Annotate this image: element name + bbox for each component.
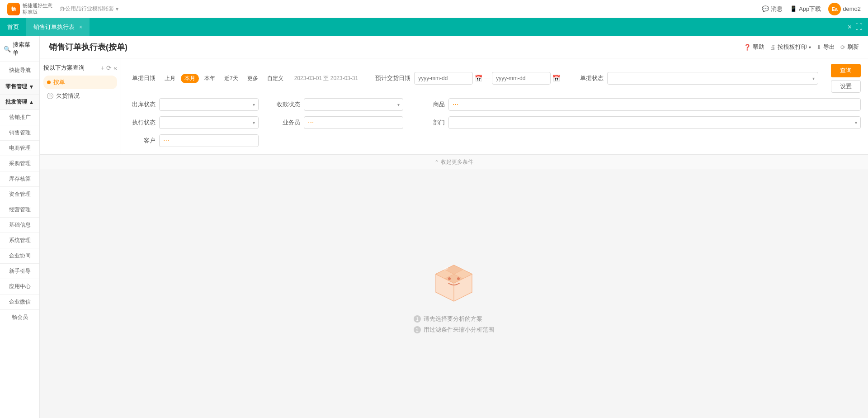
date-quick-this-month[interactable]: 本月 bbox=[181, 74, 199, 83]
refresh-icon: ⟳ bbox=[840, 44, 845, 51]
sidebar-item-sales[interactable]: 销售管理 bbox=[0, 125, 39, 141]
empty-text-list: 1 请先选择要分析的方案 2 用过滤条件来缩小分析范围 bbox=[414, 315, 494, 337]
hint1-num: 1 bbox=[414, 315, 421, 323]
goods-input-wrap[interactable]: ··· bbox=[448, 98, 861, 111]
dept-label: 部门 bbox=[418, 119, 445, 127]
date-field-label: 单据日期 bbox=[128, 74, 156, 82]
message-icon: 💬 bbox=[762, 5, 769, 12]
sidebar-item-finance[interactable]: 资金管理 bbox=[0, 187, 39, 202]
expected-date-from[interactable] bbox=[414, 72, 473, 85]
date-quick-last-month[interactable]: 上月 bbox=[161, 74, 179, 83]
date-quick-7days[interactable]: 近7天 bbox=[221, 74, 242, 83]
sidebar-item-retail[interactable]: 零售管理 ▼ bbox=[0, 79, 39, 95]
goods-label: 商品 bbox=[418, 100, 445, 109]
single-status-select-wrap: ▾ bbox=[607, 72, 818, 85]
dept-field: 部门 ▾ bbox=[418, 116, 861, 129]
content-area: 销售订单执行表(按单) ❓ 帮助 🖨 按模板打印 ▾ ⬇ 导出 ⟳ 刷新 bbox=[40, 36, 868, 418]
sidebar-item-marketing[interactable]: 营销推广 bbox=[0, 110, 39, 125]
sidebar-item-operation[interactable]: 经营管理 bbox=[0, 202, 39, 218]
help-icon: ❓ bbox=[744, 44, 751, 51]
empty-icon bbox=[427, 252, 481, 306]
sidebar-item-enterprise[interactable]: 企业协同 bbox=[0, 248, 39, 264]
print-label: 按模板打印 bbox=[778, 43, 807, 51]
sidebar-item-newbie[interactable]: 新手引导 bbox=[0, 264, 39, 279]
receive-status-select[interactable] bbox=[304, 98, 403, 111]
help-button[interactable]: ❓ 帮助 bbox=[744, 43, 764, 51]
sidebar-item-member[interactable]: 畅会员 bbox=[0, 310, 39, 325]
tab-active-label: 销售订单执行表 bbox=[33, 23, 75, 31]
sidebar-item-purchase[interactable]: 采购管理 bbox=[0, 156, 39, 171]
collapse-bar[interactable]: ⌃ 收起更多条件 bbox=[40, 155, 868, 170]
scheme-item-order[interactable]: 按单 bbox=[43, 76, 117, 89]
top-bar-right: 💬 消息 📱 App下载 Ea demo2 bbox=[762, 3, 861, 15]
breadcrumb-dropdown-icon[interactable]: ▾ bbox=[116, 6, 118, 12]
logo-text: 畅捷通好生意 标准版 bbox=[23, 3, 52, 14]
filter-row-2: 出库状态 ▾ 收款状态 ▾ 商品 bbox=[128, 98, 861, 111]
single-status-label: 单据状态 bbox=[576, 74, 604, 82]
query-button[interactable]: 查询 bbox=[831, 64, 861, 77]
out-status-select[interactable] bbox=[159, 98, 259, 111]
settings-button[interactable]: 设置 bbox=[831, 80, 861, 93]
customer-dots[interactable]: ··· bbox=[163, 137, 169, 145]
filter-form: 单据日期 上月 本月 本年 近7天 更多 自定义 2023-03-01 至 20… bbox=[121, 58, 868, 154]
calendar-to-icon[interactable]: 📅 bbox=[552, 75, 560, 82]
goods-dots[interactable]: ··· bbox=[453, 100, 458, 109]
collapse-arrow-icon: ⌃ bbox=[434, 159, 439, 166]
filter-sidebar-icons: + ⟳ « bbox=[101, 64, 117, 71]
action-buttons: 查询 设置 bbox=[831, 64, 861, 93]
sidebar-item-system[interactable]: 系统管理 bbox=[0, 233, 39, 248]
collapse-scheme-button[interactable]: « bbox=[113, 64, 117, 71]
tab-active[interactable]: 销售订单执行表 × bbox=[26, 18, 90, 36]
empty-state: 1 请先选择要分析的方案 2 用过滤条件来缩小分析范围 bbox=[40, 170, 868, 418]
page-header: 销售订单执行表(按单) ❓ 帮助 🖨 按模板打印 ▾ ⬇ 导出 ⟳ 刷新 bbox=[40, 36, 868, 58]
tab-home[interactable]: 首页 bbox=[0, 18, 26, 36]
sales-person-input-wrap[interactable]: ··· bbox=[304, 116, 403, 129]
empty-hint-1: 1 请先选择要分析的方案 bbox=[414, 315, 494, 323]
export-button[interactable]: ⬇ 导出 bbox=[816, 43, 835, 51]
print-button[interactable]: 🖨 按模板打印 ▾ bbox=[770, 43, 811, 51]
sidebar-item-quick-nav[interactable]: 快捷导航 bbox=[0, 62, 39, 79]
search-menu-item[interactable]: 🔍 搜索菜单 bbox=[0, 36, 39, 62]
refresh-scheme-button[interactable]: ⟳ bbox=[106, 64, 112, 71]
app-download-button[interactable]: 📱 App下载 bbox=[790, 5, 821, 13]
sidebar-item-wholesale-label: 批发管理 bbox=[5, 98, 27, 106]
user-name: demo2 bbox=[843, 5, 861, 12]
dept-select-wrap: ▾ bbox=[448, 116, 861, 129]
window-expand-button[interactable]: ⛶ bbox=[855, 23, 863, 31]
scheme-active-dot bbox=[47, 81, 51, 84]
scheme-item-order-label: 按单 bbox=[53, 78, 65, 86]
user-area[interactable]: Ea demo2 bbox=[828, 3, 861, 15]
window-close-button[interactable]: × bbox=[848, 23, 852, 31]
sidebar-item-wechat[interactable]: 企业微信 bbox=[0, 294, 39, 310]
logo-line2: 标准版 bbox=[23, 9, 52, 15]
dept-select[interactable] bbox=[448, 116, 861, 129]
page-title: 销售订单执行表(按单) bbox=[49, 42, 127, 52]
sidebar-item-app-center[interactable]: 应用中心 bbox=[0, 279, 39, 294]
filter-row-1: 单据日期 上月 本月 本年 近7天 更多 自定义 2023-03-01 至 20… bbox=[128, 64, 861, 93]
sidebar-item-wholesale[interactable]: 批发管理 ▲ bbox=[0, 95, 39, 110]
add-scheme-button[interactable]: + bbox=[101, 64, 104, 71]
avatar: Ea bbox=[828, 3, 841, 15]
single-status-select[interactable] bbox=[607, 72, 818, 85]
out-status-label: 出库状态 bbox=[128, 100, 156, 109]
hint1-text: 请先选择要分析的方案 bbox=[424, 315, 482, 323]
out-status-select-wrap: ▾ bbox=[159, 98, 259, 111]
sidebar-item-inventory[interactable]: 库存核算 bbox=[0, 171, 39, 187]
expected-date-to[interactable] bbox=[492, 72, 551, 85]
calendar-from-icon[interactable]: 📅 bbox=[475, 75, 482, 82]
exec-status-select[interactable] bbox=[159, 116, 259, 129]
date-quick-custom[interactable]: 自定义 bbox=[264, 74, 287, 83]
main-layout: 🔍 搜索菜单 快捷导航 零售管理 ▼ 批发管理 ▲ 营销推广 销售管理 电商管理… bbox=[0, 36, 868, 418]
tab-close-button[interactable]: × bbox=[79, 24, 82, 30]
date-quick-more[interactable]: 更多 bbox=[244, 74, 262, 83]
date-quick-this-year[interactable]: 本年 bbox=[201, 74, 219, 83]
customer-input-wrap[interactable]: ··· bbox=[159, 134, 259, 147]
sidebar-item-ecommerce[interactable]: 电商管理 bbox=[0, 141, 39, 156]
sales-person-dots[interactable]: ··· bbox=[308, 119, 314, 127]
message-button[interactable]: 💬 消息 bbox=[762, 5, 783, 13]
scheme-item-shortage[interactable]: ⊙ 欠货情况 bbox=[43, 89, 117, 103]
customer-field: 客户 ··· bbox=[128, 134, 259, 147]
refresh-button[interactable]: ⟳ 刷新 bbox=[840, 43, 859, 51]
single-status-field: 单据状态 ▾ bbox=[576, 72, 818, 85]
sidebar-item-basic-info[interactable]: 基础信息 bbox=[0, 218, 39, 233]
